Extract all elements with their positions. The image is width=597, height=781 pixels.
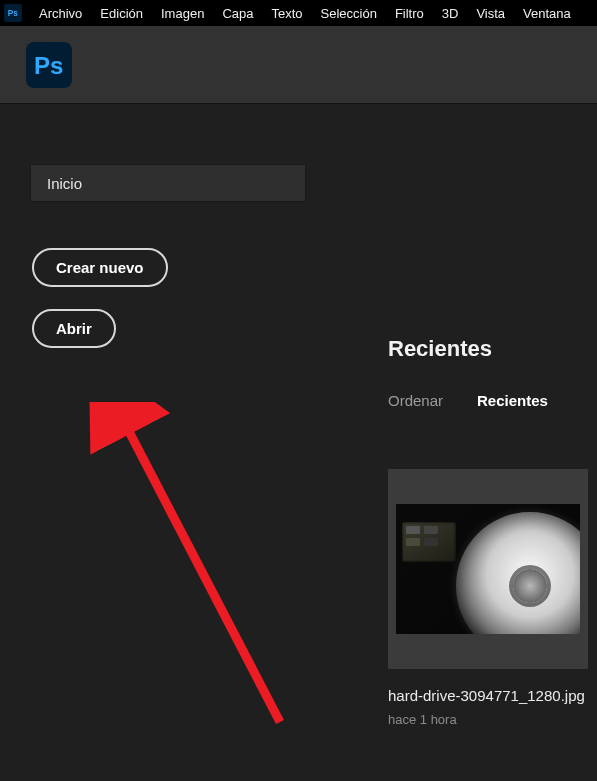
sort-value[interactable]: Recientes (477, 392, 548, 409)
thumbnail-frame (388, 469, 588, 669)
menu-item-3d[interactable]: 3D (433, 3, 468, 24)
recent-file-card[interactable]: hard-drive-3094771_1280.jpg hace 1 hora (388, 469, 588, 727)
menubar: Ps Archivo Edición Imagen Capa Texto Sel… (0, 0, 597, 26)
file-name: hard-drive-3094771_1280.jpg (388, 687, 588, 704)
annotation-arrow-icon (40, 402, 320, 752)
menu-item-edicion[interactable]: Edición (91, 3, 152, 24)
menu-item-capa[interactable]: Capa (213, 3, 262, 24)
recents-panel: Recientes Ordenar Recientes hard-drive-3… (388, 336, 597, 727)
open-button[interactable]: Abrir (32, 309, 116, 348)
home-actions: Crear nuevo Abrir (32, 248, 597, 348)
menu-item-filtro[interactable]: Filtro (386, 3, 433, 24)
photoshop-logo-icon: Ps (26, 42, 72, 88)
menu-item-ventana[interactable]: Ventana (514, 3, 580, 24)
sort-row: Ordenar Recientes (388, 392, 597, 409)
svg-text:Ps: Ps (34, 52, 63, 79)
sort-label[interactable]: Ordenar (388, 392, 443, 409)
hard-drive-thumbnail-icon (396, 504, 580, 634)
app-header: Ps (0, 26, 597, 104)
menu-item-texto[interactable]: Texto (262, 3, 311, 24)
home-tab-field[interactable]: Inicio (30, 164, 306, 202)
menu-item-archivo[interactable]: Archivo (30, 3, 91, 24)
home-tab-label: Inicio (47, 175, 82, 192)
recents-heading: Recientes (388, 336, 597, 362)
photoshop-small-icon: Ps (4, 4, 22, 22)
file-time: hace 1 hora (388, 712, 588, 727)
menu-item-seleccion[interactable]: Selección (312, 3, 386, 24)
create-new-button[interactable]: Crear nuevo (32, 248, 168, 287)
menu-item-vista[interactable]: Vista (467, 3, 514, 24)
menu-item-imagen[interactable]: Imagen (152, 3, 213, 24)
home-content: Inicio Crear nuevo Abrir Recientes Orden… (0, 164, 597, 781)
svg-text:Ps: Ps (8, 9, 18, 18)
svg-line-2 (122, 418, 280, 722)
